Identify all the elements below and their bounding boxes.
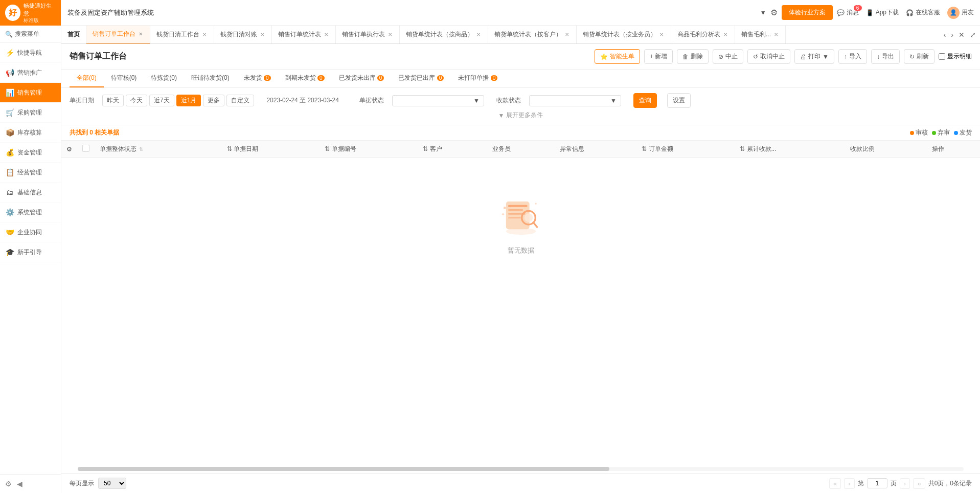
- first-page-btn[interactable]: «: [829, 478, 841, 489]
- horizontal-scrollbar[interactable]: [78, 467, 964, 471]
- unreview-action[interactable]: 弃审: [932, 128, 950, 137]
- status-select[interactable]: ▼: [392, 95, 484, 106]
- tab-customer-stats[interactable]: 销货单统计表（按客户） ✕: [488, 26, 577, 44]
- column-settings-icon[interactable]: ⚙: [66, 146, 72, 153]
- date-1month-btn[interactable]: 近1月: [176, 95, 201, 106]
- subtab-shipped-out[interactable]: 已发货已出库 0: [391, 70, 451, 87]
- tab-close-customer-stats[interactable]: ✕: [564, 31, 570, 38]
- topbar-settings-icon[interactable]: ⚙: [770, 8, 778, 17]
- th-amount[interactable]: ⇅ 订单金额: [636, 141, 735, 158]
- review-action[interactable]: 审核: [910, 128, 928, 137]
- date-more-btn[interactable]: 更多: [203, 95, 224, 106]
- tab-scroll-left-icon[interactable]: ‹: [942, 30, 948, 40]
- th-bill-date[interactable]: ⇅ 单据日期: [222, 141, 320, 158]
- system-dropdown[interactable]: ▼: [760, 9, 766, 16]
- tab-close-order-stats[interactable]: ✕: [323, 31, 329, 38]
- expand-conditions[interactable]: ▼ 展开更多条件: [70, 111, 972, 120]
- tab-daily-clearance[interactable]: 钱货日清工作台 ✕: [150, 26, 214, 44]
- sidebar-item-finance[interactable]: 💰 资金管理: [0, 143, 61, 163]
- tab-daily-reconcile[interactable]: 钱货日清对账 ✕: [214, 26, 272, 44]
- sidebar-search[interactable]: 🔍 搜索菜单: [0, 26, 61, 43]
- tab-close-order-execute[interactable]: ✕: [387, 31, 393, 38]
- tab-close-profit-analysis[interactable]: ✕: [722, 31, 728, 38]
- app-download-item[interactable]: 📱 App下载: [866, 8, 899, 17]
- sidebar-item-inventory[interactable]: 📦 库存核算: [0, 123, 61, 143]
- date-today-btn[interactable]: 今天: [126, 95, 147, 106]
- print-btn[interactable]: 🖨 打印 ▼: [794, 49, 834, 64]
- prev-page-btn[interactable]: ‹: [844, 478, 854, 489]
- subtab-overdue-unshipped[interactable]: 到期未发货 0: [278, 70, 332, 87]
- tab-goods-stats[interactable]: 销货单统计表（按商品） ✕: [400, 26, 488, 44]
- sidebar-item-system[interactable]: ⚙️ 系统管理: [0, 203, 61, 222]
- refresh-btn[interactable]: ↻ 刷新: [904, 49, 935, 64]
- show-detail-label[interactable]: 显示明细: [939, 52, 972, 61]
- subtab-unprinted[interactable]: 未打印单据 0: [451, 70, 505, 87]
- smart-create-btn[interactable]: ⭐ 智能生单: [595, 49, 640, 64]
- experience-btn[interactable]: 体验行业方案: [782, 5, 833, 20]
- tab-close-all-icon[interactable]: ✕: [956, 30, 967, 40]
- ship-action[interactable]: 发货: [954, 128, 972, 137]
- subtab-all[interactable]: 全部(0): [70, 70, 104, 87]
- query-btn[interactable]: 查询: [633, 93, 657, 108]
- last-page-btn[interactable]: »: [913, 478, 925, 489]
- select-all-checkbox[interactable]: [82, 145, 89, 152]
- th-bill-status[interactable]: 单据整体状态 ⇅: [95, 141, 222, 158]
- th-settings[interactable]: ⚙: [61, 141, 77, 158]
- page-input[interactable]: [867, 478, 887, 488]
- tab-close-daily-reconcile[interactable]: ✕: [259, 31, 265, 38]
- show-detail-checkbox[interactable]: [939, 53, 945, 60]
- date-custom-btn[interactable]: 自定义: [226, 95, 254, 106]
- th-payment-ratio[interactable]: 收款比例: [845, 141, 927, 158]
- user-item[interactable]: 👤 用友: [947, 7, 974, 19]
- export-btn[interactable]: ↓ 导出: [871, 49, 900, 64]
- message-item[interactable]: 💬 消息 6: [837, 8, 859, 17]
- th-exception[interactable]: 异常信息: [555, 141, 636, 158]
- import-btn[interactable]: ↑ 导入: [838, 49, 867, 64]
- th-customer[interactable]: ⇅ 客户: [418, 141, 487, 158]
- tab-salesman-stats[interactable]: 销货单统计表（按业务员） ✕: [577, 26, 671, 44]
- new-btn[interactable]: + 新增: [644, 49, 673, 64]
- sidebar-item-enterprise[interactable]: 🤝 企业协同: [0, 222, 61, 242]
- delete-btn[interactable]: 🗑 删除: [677, 49, 709, 64]
- cancel-stop-btn[interactable]: ↺ 取消中止: [747, 49, 790, 64]
- settings-btn[interactable]: 设置: [667, 93, 691, 108]
- collapse-icon[interactable]: ◀: [17, 480, 22, 488]
- tab-close-sales-workbench[interactable]: ✕: [138, 31, 144, 37]
- tab-close-salesman-stats[interactable]: ✕: [658, 31, 665, 38]
- tab-profit-analysis[interactable]: 商品毛利分析表 ✕: [671, 26, 735, 44]
- subtab-pending-pick[interactable]: 待拣货(0): [144, 70, 184, 87]
- sidebar-item-newbie[interactable]: 🎓 新手引导: [0, 242, 61, 262]
- subtab-shop-pending[interactable]: 旺铺待发货(0): [184, 70, 237, 87]
- tab-sales-profit[interactable]: 销售毛利... ✕: [735, 26, 786, 44]
- th-bill-number[interactable]: ⇅ 单据编号: [320, 141, 418, 158]
- tab-home[interactable]: 首页: [61, 26, 86, 44]
- per-page-select[interactable]: 50 10 20 100: [98, 478, 126, 489]
- stop-btn[interactable]: ⊘ 中止: [713, 49, 743, 64]
- tab-expand-icon[interactable]: ⤢: [968, 30, 978, 40]
- sidebar-item-basic[interactable]: 🗂 基础信息: [0, 183, 61, 203]
- date-7days-btn[interactable]: 近7天: [149, 95, 174, 106]
- tab-close-goods-stats[interactable]: ✕: [475, 31, 482, 38]
- th-salesman[interactable]: 业务员: [487, 141, 555, 158]
- payment-select[interactable]: ▼: [529, 95, 621, 106]
- sidebar-item-sales[interactable]: 📊 销售管理: [0, 83, 61, 103]
- tab-scroll-right-icon[interactable]: ›: [949, 30, 955, 40]
- tab-order-execute[interactable]: 销售订单执行表 ✕: [336, 26, 400, 44]
- next-page-btn[interactable]: ›: [900, 478, 910, 489]
- settings-gear-icon[interactable]: ⚙: [5, 480, 12, 488]
- subtab-unshipped[interactable]: 未发货 0: [237, 70, 278, 87]
- subtab-shipped-not-out[interactable]: 已发货未出库 0: [332, 70, 392, 87]
- tab-close-sales-profit[interactable]: ✕: [773, 31, 779, 38]
- tab-order-stats[interactable]: 销售订单统计表 ✕: [272, 26, 336, 44]
- subtab-pending-review[interactable]: 待审核(0): [104, 70, 144, 87]
- sidebar-item-operations[interactable]: 📋 经营管理: [0, 163, 61, 183]
- sidebar-item-marketing[interactable]: 📢 营销推广: [0, 63, 61, 83]
- date-yesterday-btn[interactable]: 昨天: [102, 95, 124, 106]
- tab-close-daily-clearance[interactable]: ✕: [201, 31, 208, 38]
- th-checkbox[interactable]: [77, 141, 95, 158]
- online-service-item[interactable]: 🎧 在线客服: [906, 8, 940, 17]
- th-cumulative[interactable]: ⇅ 累计收款...: [735, 141, 845, 158]
- scrollbar-thumb[interactable]: [78, 467, 609, 471]
- sidebar-item-purchase[interactable]: 🛒 采购管理: [0, 103, 61, 123]
- sidebar-item-quick-nav[interactable]: ⚡ 快捷导航: [0, 43, 61, 63]
